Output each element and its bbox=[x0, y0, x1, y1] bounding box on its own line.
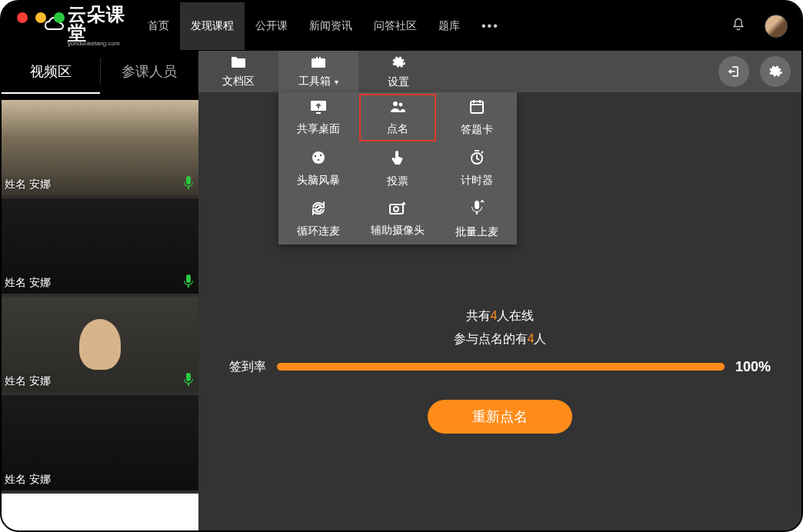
svg-point-4 bbox=[312, 151, 325, 164]
loop-icon bbox=[310, 200, 327, 220]
tool-label: 计时器 bbox=[461, 174, 493, 188]
video-tile[interactable]: 姓名 安娜 bbox=[2, 198, 198, 294]
svg-point-10 bbox=[394, 207, 398, 211]
tool-label: 辅助摄像头 bbox=[371, 224, 425, 238]
mic-up-icon bbox=[469, 199, 485, 221]
stats-line-online: 共有4人在线 bbox=[229, 304, 771, 328]
tool-label: 答题卡 bbox=[461, 123, 493, 137]
tool-screen-share[interactable]: 共享桌面 bbox=[278, 92, 358, 143]
nav-home[interactable]: 首页 bbox=[137, 2, 180, 50]
doc-tab-toolbox[interactable]: 工具箱 ▾ bbox=[278, 51, 358, 92]
signin-rate-row: 签到率 100% bbox=[229, 359, 771, 375]
close-dot[interactable] bbox=[17, 12, 28, 23]
doc-tabs-right bbox=[718, 51, 801, 92]
tool-aux-camera[interactable]: 辅助摄像头 bbox=[358, 194, 437, 244]
tool-label: 投票 bbox=[387, 175, 408, 188]
main-area: 文档区 工具箱 ▾ 设置 bbox=[198, 51, 801, 530]
restart-rollcall-button[interactable]: 重新点名 bbox=[428, 400, 572, 434]
tool-roll-call[interactable]: 点名 bbox=[358, 92, 437, 143]
mic-on-icon bbox=[183, 274, 194, 289]
tab-video-area[interactable]: 视频区 bbox=[2, 51, 100, 92]
gear-icon bbox=[391, 55, 406, 72]
signin-rate-pct: 100% bbox=[735, 359, 771, 375]
tool-loop-mic[interactable]: 循环连麦 bbox=[278, 194, 358, 244]
tool-timer[interactable]: 计时器 bbox=[438, 143, 517, 194]
touch-icon bbox=[390, 148, 405, 170]
tile-name-label: 姓名 安娜 bbox=[5, 374, 51, 388]
tool-answer-card[interactable]: 答题卡 bbox=[438, 92, 517, 143]
left-column: 视频区 参课人员 姓名 安娜 姓名 安娜 姓名 安娜 bbox=[2, 51, 198, 530]
top-nav: 首页 发现课程 公开课 新闻资讯 问答社区 题库 ••• bbox=[137, 2, 510, 50]
tool-vote[interactable]: 投票 bbox=[358, 143, 437, 194]
doc-tab-label: 文档区 bbox=[222, 75, 255, 88]
doc-tab-settings[interactable]: 设置 bbox=[358, 51, 438, 92]
nav-bank[interactable]: 题库 bbox=[428, 2, 471, 50]
tool-label: 共享桌面 bbox=[297, 122, 340, 136]
calendar-icon bbox=[468, 98, 485, 118]
svg-point-6 bbox=[319, 155, 322, 157]
mic-on-icon bbox=[183, 372, 194, 387]
top-bar: 云朵课堂 yunduoketang.com 首页 发现课程 公开课 新闻资讯 问… bbox=[2, 2, 801, 51]
left-tab-underline bbox=[2, 92, 198, 94]
tab-participants[interactable]: 参课人员 bbox=[101, 51, 199, 92]
settings-button[interactable] bbox=[760, 56, 791, 87]
svg-rect-9 bbox=[390, 204, 403, 214]
tile-name-label: 姓名 安娜 bbox=[5, 276, 51, 290]
tile-name-label: 姓名 安娜 bbox=[5, 473, 51, 487]
svg-point-5 bbox=[314, 155, 316, 158]
svg-point-7 bbox=[317, 159, 319, 161]
exit-button[interactable] bbox=[718, 56, 749, 87]
ball-icon bbox=[310, 149, 327, 169]
camera-plus-icon bbox=[388, 201, 407, 219]
toolbox-dropdown: 共享桌面 点名 答题卡 头脑风暴 投票 bbox=[278, 92, 517, 244]
window-controls bbox=[17, 12, 65, 23]
user-avatar[interactable] bbox=[765, 15, 788, 38]
brand-sub: yunduoketang.com bbox=[68, 41, 128, 47]
underline-inactive bbox=[100, 92, 198, 94]
mic-on-icon bbox=[183, 175, 194, 191]
maximize-dot[interactable] bbox=[54, 12, 65, 23]
screen-share-icon bbox=[309, 99, 328, 118]
gear-icon bbox=[768, 64, 783, 79]
video-list: 姓名 安娜 姓名 安娜 姓名 安娜 姓名 安娜 bbox=[2, 100, 198, 530]
svg-point-1 bbox=[393, 101, 398, 106]
folder-icon bbox=[230, 55, 247, 71]
tool-label: 点名 bbox=[387, 122, 408, 136]
tool-label: 头脑风暴 bbox=[297, 174, 340, 188]
tool-brainstorm[interactable]: 头脑风暴 bbox=[278, 143, 358, 194]
content-body: 视频区 参课人员 姓名 安娜 姓名 安娜 姓名 安娜 bbox=[2, 51, 801, 530]
nav-open-class[interactable]: 公开课 bbox=[245, 2, 298, 50]
timer-icon bbox=[468, 149, 485, 169]
bell-icon[interactable] bbox=[731, 17, 746, 36]
nav-discover[interactable]: 发现课程 bbox=[180, 2, 245, 50]
rollcall-stats: 共有4人在线 参与点名的有4人 签到率 100% 重新点名 bbox=[198, 304, 801, 434]
left-tabs: 视频区 参课人员 bbox=[2, 51, 198, 92]
svg-rect-3 bbox=[471, 101, 483, 113]
people-icon bbox=[388, 99, 407, 118]
tool-label: 批量上麦 bbox=[455, 225, 498, 239]
video-tile[interactable]: 姓名 安娜 bbox=[2, 395, 198, 490]
chevron-down-icon: ▾ bbox=[332, 78, 338, 86]
nav-more[interactable]: ••• bbox=[471, 2, 510, 50]
signin-rate-label: 签到率 bbox=[229, 359, 266, 375]
nav-news[interactable]: 新闻资讯 bbox=[298, 2, 363, 50]
nav-qa[interactable]: 问答社区 bbox=[363, 2, 428, 50]
underline-active bbox=[2, 92, 100, 94]
top-bar-right bbox=[731, 15, 788, 38]
exit-icon bbox=[726, 64, 741, 79]
doc-tabs: 文档区 工具箱 ▾ 设置 bbox=[198, 51, 801, 92]
svg-point-2 bbox=[399, 103, 403, 107]
doc-tab-label: 设置 bbox=[388, 75, 409, 89]
tool-batch-mic[interactable]: 批量上麦 bbox=[438, 194, 517, 244]
stats-lines: 共有4人在线 参与点名的有4人 bbox=[229, 304, 771, 351]
doc-tab-label: 工具箱 ▾ bbox=[298, 75, 338, 88]
signin-progress-bar bbox=[277, 363, 725, 371]
brand-name: 云朵课堂 bbox=[68, 5, 128, 42]
briefcase-icon bbox=[310, 55, 327, 71]
stats-line-participants: 参与点名的有4人 bbox=[229, 328, 771, 351]
video-tile[interactable]: 姓名 安娜 bbox=[2, 100, 198, 195]
doc-tab-documents[interactable]: 文档区 bbox=[198, 51, 278, 92]
video-tile[interactable]: 姓名 安娜 bbox=[2, 297, 198, 392]
minimize-dot[interactable] bbox=[35, 12, 46, 23]
app-window: 云朵课堂 yunduoketang.com 首页 发现课程 公开课 新闻资讯 问… bbox=[0, 0, 803, 532]
